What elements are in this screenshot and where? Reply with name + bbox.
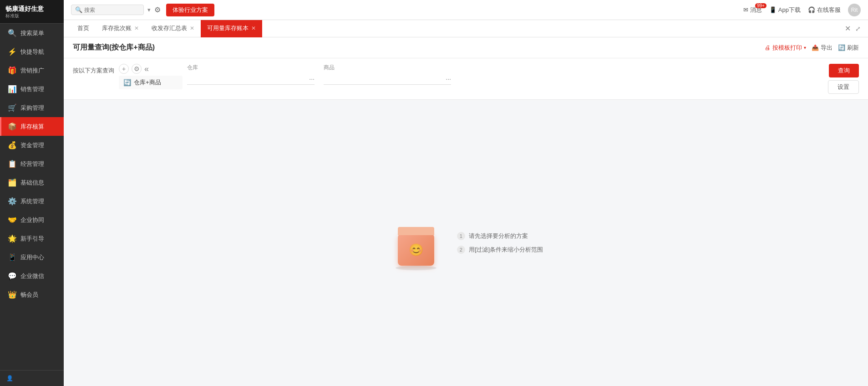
product-more-button[interactable]: ··· xyxy=(446,75,451,82)
sidebar-label-sales: 销售管理 xyxy=(20,85,44,93)
sidebar-label-base-info: 基础信息 xyxy=(20,179,44,187)
industry-button[interactable]: 体验行业方案 xyxy=(166,4,214,16)
filter-field-product: 商品 ··· xyxy=(324,64,451,85)
avatar[interactable]: Rit xyxy=(848,4,861,16)
tab-available-stock[interactable]: 可用量库存账本✕ xyxy=(201,20,262,37)
sidebar-icon-marketing: 🎁 xyxy=(8,66,17,75)
close-tab-button[interactable]: ✕ xyxy=(843,24,853,33)
scheme-item-icon: 🔄 xyxy=(123,79,131,86)
filter-field-warehouse: 仓库 ··· xyxy=(187,64,315,85)
sidebar-label-guide: 新手引导 xyxy=(20,235,44,243)
sidebar-icon-enterprise: 🤝 xyxy=(8,216,17,224)
sidebar-item-sales[interactable]: 📊 销售管理 xyxy=(0,80,64,98)
sidebar-icon-inventory: 📦 xyxy=(8,122,17,131)
sidebar-item-inventory[interactable]: 📦 库存核算 xyxy=(0,117,64,136)
main-area: 🔍 ▾ ⚙ 体验行业方案 ✉ 消息 99+ 📱 App下载 🎧 在线客服 Rit xyxy=(64,0,868,386)
sidebar-icon-wechat: 💬 xyxy=(8,272,17,280)
settings-icon[interactable]: ⚙ xyxy=(154,5,161,14)
sidebar-label-finance: 资金管理 xyxy=(20,141,44,149)
headset-icon: 🎧 xyxy=(808,6,815,13)
hint-text-1: 请先选择要分析的方案 xyxy=(469,232,528,240)
sidebar-item-quick-nav[interactable]: ⚡ 快捷导航 xyxy=(0,42,64,61)
app-download-label: App下载 xyxy=(778,6,801,14)
empty-illustration: 😊 xyxy=(389,216,443,270)
tab-close-batch-ledger[interactable]: ✕ xyxy=(134,26,139,31)
sidebar-label-quick-nav: 快捷导航 xyxy=(20,48,44,56)
tab-inventory-summary[interactable]: 收发存汇总表✕ xyxy=(145,20,201,37)
scheme-item[interactable]: 🔄 仓库+商品 xyxy=(119,76,183,89)
sidebar-icon-sales: 📊 xyxy=(8,85,17,93)
product-input-wrapper: ··· xyxy=(324,73,451,85)
sidebar-item-guide[interactable]: 🌟 新手引导 xyxy=(0,229,64,248)
export-button[interactable]: 📤 导出 xyxy=(812,44,832,52)
topbar: 🔍 ▾ ⚙ 体验行业方案 ✉ 消息 99+ 📱 App下载 🎧 在线客服 Rit xyxy=(64,0,868,20)
online-service-button[interactable]: 🎧 在线客服 xyxy=(808,6,841,14)
sidebar-scroll: 🔍 搜索菜单 ⚡ 快捷导航 🎁 营销推广 📊 销售管理 🛒 采购管理 📦 库存核… xyxy=(0,24,64,370)
sidebar-icon-app-center: 📱 xyxy=(8,253,17,262)
hint-item-1: 1 请先选择要分析的方案 xyxy=(457,232,543,240)
hint-item-2: 2 用[过滤]条件来缩小分析范围 xyxy=(457,246,543,254)
sidebar-icon-system: ⚙️ xyxy=(8,197,17,206)
query-button[interactable]: 查询 xyxy=(829,64,859,77)
topbar-search-box[interactable]: 🔍 xyxy=(71,5,144,15)
sidebar-item-purchase[interactable]: 🛒 采购管理 xyxy=(0,98,64,117)
app-subtitle: 标准版 xyxy=(5,13,58,19)
user-icon: 👤 xyxy=(6,375,13,381)
export-icon: 📤 xyxy=(812,44,819,51)
sidebar-label-enterprise: 企业协同 xyxy=(20,216,44,224)
scheme-actions: + ⚙ « xyxy=(119,64,183,74)
topbar-dropdown-icon[interactable]: ▾ xyxy=(147,6,151,13)
sidebar-label-system: 系统管理 xyxy=(20,197,44,206)
sidebar-label-app-center: 应用中心 xyxy=(20,253,44,262)
sidebar-item-marketing[interactable]: 🎁 营销推广 xyxy=(0,61,64,80)
sidebar-item-app-center[interactable]: 📱 应用中心 xyxy=(0,248,64,267)
search-input[interactable] xyxy=(84,7,139,13)
warehouse-input-wrapper: ··· xyxy=(187,73,315,85)
sidebar-icon-member: 👑 xyxy=(8,290,17,299)
warehouse-label: 仓库 xyxy=(187,64,315,72)
tab-batch-ledger[interactable]: 库存批次账✕ xyxy=(96,20,145,37)
sidebar-item-finance[interactable]: 💰 资金管理 xyxy=(0,136,64,154)
sidebar-item-system[interactable]: ⚙️ 系统管理 xyxy=(0,192,64,211)
expand-button[interactable]: ⤢ xyxy=(855,25,861,32)
hint-num-2: 2 xyxy=(457,246,465,254)
export-label: 导出 xyxy=(821,44,832,52)
sidebar-item-search[interactable]: 🔍 搜索菜单 xyxy=(0,24,64,42)
warehouse-input[interactable] xyxy=(187,76,307,82)
sidebar-item-operation[interactable]: 📋 经营管理 xyxy=(0,154,64,173)
sidebar-icon-search: 🔍 xyxy=(8,29,17,37)
template-print-button[interactable]: 🖨 按模板打印 ▾ xyxy=(765,44,806,52)
avatar-text: Rit xyxy=(851,7,858,13)
filter-fields: 仓库 ··· 商品 ··· xyxy=(187,64,823,85)
tab-home[interactable]: 首页 xyxy=(71,20,96,37)
product-input[interactable] xyxy=(324,76,444,82)
sidebar-label-wechat: 企业微信 xyxy=(20,272,44,280)
sidebar-item-base-info[interactable]: 🗂️ 基础信息 xyxy=(0,173,64,192)
sidebar-footer[interactable]: 👤 xyxy=(0,370,64,386)
app-download-button[interactable]: 📱 App下载 xyxy=(769,6,801,14)
tab-close-available-stock[interactable]: ✕ xyxy=(251,26,256,31)
collapse-button[interactable]: « xyxy=(144,64,149,74)
refresh-button[interactable]: 🔄 刷新 xyxy=(838,44,859,52)
dropdown-icon: ▾ xyxy=(804,45,806,50)
page-header-actions: 🖨 按模板打印 ▾ 📤 导出 🔄 刷新 xyxy=(765,44,859,52)
settings-button[interactable]: 设置 xyxy=(828,80,859,94)
tab-close-inventory-summary[interactable]: ✕ xyxy=(190,26,194,31)
printer-icon: 🖨 xyxy=(765,44,771,51)
sidebar-icon-guide: 🌟 xyxy=(8,234,17,243)
warehouse-more-button[interactable]: ··· xyxy=(309,75,315,82)
template-print-label: 按模板打印 xyxy=(772,44,802,52)
tabbar: 首页库存批次账✕收发存汇总表✕可用量库存账本✕ ✕ ⤢ xyxy=(64,20,868,37)
sidebar-label-search: 搜索菜单 xyxy=(20,29,44,37)
sidebar-icon-quick-nav: ⚡ xyxy=(8,47,17,56)
filter-scheme: + ⚙ « 🔄 仓库+商品 xyxy=(119,64,183,89)
message-badge: 99+ xyxy=(755,3,766,8)
sidebar-item-enterprise[interactable]: 🤝 企业协同 xyxy=(0,211,64,229)
message-icon: ✉ xyxy=(743,6,748,13)
add-scheme-button[interactable]: + xyxy=(119,64,129,74)
message-button[interactable]: ✉ 消息 99+ xyxy=(743,6,762,14)
sidebar-item-wechat[interactable]: 💬 企业微信 xyxy=(0,267,64,285)
sidebar-item-member[interactable]: 👑 畅会员 xyxy=(0,285,64,304)
empty-shadow xyxy=(396,266,437,270)
manage-scheme-button[interactable]: ⚙ xyxy=(132,64,142,74)
